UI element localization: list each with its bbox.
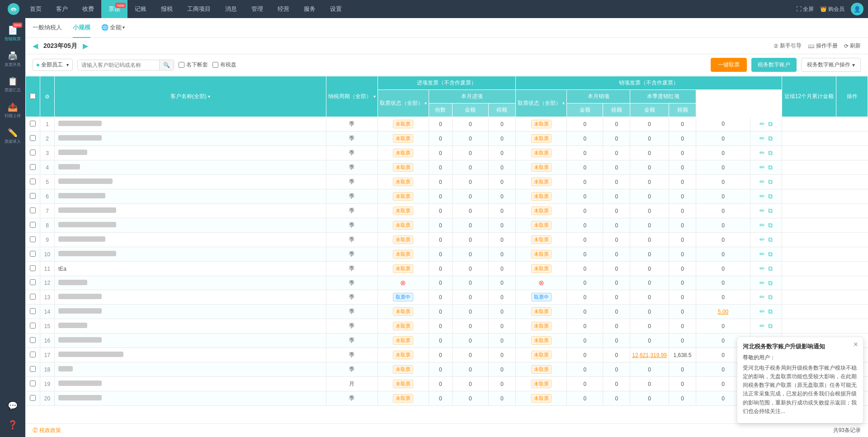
notification-close-button[interactable]: ✕ xyxy=(853,341,859,348)
nav-business[interactable]: 工商项目 xyxy=(180,0,218,18)
row-checkbox[interactable] xyxy=(30,179,36,184)
nav-manage[interactable]: 管理 xyxy=(244,0,270,18)
search-input[interactable] xyxy=(78,60,159,70)
row-checkbox[interactable] xyxy=(30,352,36,357)
edit-icon[interactable]: ✏ xyxy=(760,250,765,258)
search-button[interactable]: 🔍 xyxy=(159,60,174,70)
sidebar-chat[interactable]: 💬 xyxy=(1,397,24,414)
edit-icon[interactable]: ✏ xyxy=(760,120,765,127)
member-button[interactable]: 👑 购会员 xyxy=(820,5,844,13)
sidebar-item-invoice-open[interactable]: 🖨️ 发票开具 xyxy=(1,47,24,71)
edit-icon[interactable]: ✏ xyxy=(760,265,765,272)
sidebar-item-scan-upload[interactable]: 📤 扫描上传 xyxy=(1,99,24,122)
tax-digital-op-button[interactable]: 税务数字账户操作 ▾ xyxy=(801,58,861,72)
row-in-status: 未取票 xyxy=(377,132,429,146)
row-checkbox[interactable] xyxy=(30,150,36,155)
row-checkbox[interactable] xyxy=(30,323,36,329)
copy-icon[interactable]: ⧉ xyxy=(768,308,773,315)
row-checkbox[interactable] xyxy=(30,366,36,372)
nav-operation[interactable]: 经营 xyxy=(270,0,297,18)
tax-digital-button[interactable]: 税务数字账户 xyxy=(751,58,797,72)
copy-icon[interactable]: ⧉ xyxy=(768,135,773,142)
refund-amount[interactable]: 12,621,319.99 xyxy=(632,352,667,358)
nav-tax[interactable]: 报税 xyxy=(154,0,180,18)
sidebar-item-invoice-summary[interactable]: 📋 票据汇总 xyxy=(1,73,24,97)
copy-icon[interactable]: ⧉ xyxy=(768,250,773,258)
nav-settings[interactable]: 设置 xyxy=(323,0,349,18)
refund-amount: 0 xyxy=(648,294,651,301)
prev-period-button[interactable]: ◀ xyxy=(33,42,38,50)
copy-icon[interactable]: ⧉ xyxy=(768,322,773,329)
copy-icon[interactable]: ⧉ xyxy=(768,149,773,156)
row-refund-tax: 0 xyxy=(669,305,696,319)
next-period-button[interactable]: ▶ xyxy=(83,42,88,50)
copy-icon[interactable]: ⧉ xyxy=(768,236,773,243)
row-checkbox[interactable] xyxy=(30,337,36,343)
row-checkbox[interactable] xyxy=(30,236,36,242)
row-checkbox[interactable] xyxy=(30,381,36,386)
edit-icon[interactable]: ✏ xyxy=(760,308,765,315)
row-checkbox[interactable] xyxy=(30,294,36,300)
nav-message[interactable]: 消息 xyxy=(218,0,244,18)
filter-icon: ▾ xyxy=(208,94,210,99)
edit-icon[interactable]: ✏ xyxy=(760,164,765,171)
my-ledger-checkbox[interactable] xyxy=(179,62,184,68)
row-checkbox[interactable] xyxy=(30,222,36,228)
copy-icon[interactable]: ⧉ xyxy=(768,164,773,171)
nav-service[interactable]: 服务 xyxy=(297,0,323,18)
has-tax-filter[interactable]: 有税盘 xyxy=(212,61,236,69)
tax-policy-link[interactable]: ② 税政政策 xyxy=(33,427,61,434)
edit-icon[interactable]: ✏ xyxy=(760,193,765,200)
row-checkbox[interactable] xyxy=(30,193,36,199)
copy-icon[interactable]: ⧉ xyxy=(768,193,773,200)
edit-icon[interactable]: ✏ xyxy=(760,178,765,185)
cumul-value[interactable]: 5.00 xyxy=(718,309,728,315)
tab-all[interactable]: 🌐 全能 ▾ xyxy=(101,18,125,38)
edit-icon[interactable]: ✏ xyxy=(760,279,765,287)
avatar[interactable]: 👤 xyxy=(851,3,863,15)
tab-small-scale[interactable]: 小规模 xyxy=(73,18,90,38)
employee-filter[interactable]: 全部员工 ▾ xyxy=(33,59,73,71)
row-checkbox[interactable] xyxy=(30,164,36,170)
row-checkbox[interactable] xyxy=(30,395,36,401)
copy-icon[interactable]: ⧉ xyxy=(768,120,773,127)
row-checkbox[interactable] xyxy=(30,121,36,127)
copy-icon[interactable]: ⧉ xyxy=(768,178,773,185)
row-checkbox[interactable] xyxy=(30,207,36,213)
nav-accounting[interactable]: 记账 xyxy=(127,0,154,18)
new-guide-button[interactable]: ② 新手引导 xyxy=(774,42,802,50)
sidebar-help[interactable]: ❓ xyxy=(1,416,24,433)
manual-button[interactable]: 📖 操作手册 xyxy=(808,42,838,50)
row-checkbox[interactable] xyxy=(30,135,36,141)
copy-icon[interactable]: ⧉ xyxy=(768,265,773,272)
one-key-fetch-button[interactable]: 一键取票 xyxy=(711,58,747,72)
edit-icon[interactable]: ✏ xyxy=(760,322,765,329)
row-checkbox[interactable] xyxy=(30,279,36,285)
has-tax-checkbox[interactable] xyxy=(212,62,218,68)
edit-icon[interactable]: ✏ xyxy=(760,135,765,142)
edit-icon[interactable]: ✏ xyxy=(760,236,765,243)
select-all-checkbox[interactable] xyxy=(30,93,36,99)
row-checkbox[interactable] xyxy=(30,251,36,257)
sidebar-item-smart-fetch[interactable]: 📄 智能取票 new xyxy=(1,22,24,46)
copy-icon[interactable]: ⧉ xyxy=(768,207,773,214)
nav-invoice[interactable]: 票据 new xyxy=(101,0,127,18)
my-ledger-filter[interactable]: 名下帐套 xyxy=(179,61,208,69)
row-checkbox[interactable] xyxy=(30,265,36,271)
fullscreen-button[interactable]: ⛶ 全屏 xyxy=(796,5,814,13)
copy-icon[interactable]: ⧉ xyxy=(768,221,773,229)
sidebar-item-invoice-entry[interactable]: ✏️ 票据录入 xyxy=(1,124,24,148)
refresh-button[interactable]: ⟳ 刷新 xyxy=(844,42,861,50)
edit-icon[interactable]: ✏ xyxy=(760,221,765,229)
nav-home[interactable]: 首页 xyxy=(23,0,49,18)
copy-icon[interactable]: ⧉ xyxy=(768,279,773,287)
app-logo xyxy=(5,0,23,18)
row-checkbox[interactable] xyxy=(30,308,36,314)
nav-customer[interactable]: 客户 xyxy=(49,0,75,18)
edit-icon[interactable]: ✏ xyxy=(760,293,765,301)
edit-icon[interactable]: ✏ xyxy=(760,207,765,214)
copy-icon[interactable]: ⧉ xyxy=(768,293,773,301)
tab-general-taxpayer[interactable]: 一般纳税人 xyxy=(33,18,62,38)
nav-fee[interactable]: 收费 xyxy=(75,0,101,18)
edit-icon[interactable]: ✏ xyxy=(760,149,765,156)
